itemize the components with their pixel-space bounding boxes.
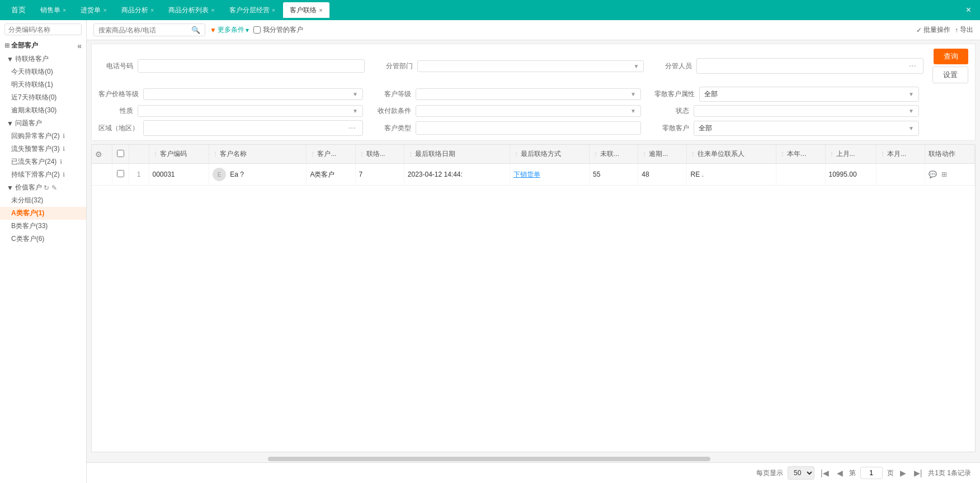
sidebar-item-unclassified[interactable]: 未分组(32) [0,194,86,207]
tab-customer-contact[interactable]: 客户联络 × [283,2,329,18]
manager-dots-icon[interactable]: ··· [907,61,918,71]
first-page-button[interactable]: |◀ [819,468,831,477]
page-size-select[interactable]: 50 [788,466,814,480]
col-last-month[interactable]: ⋮ 上月... [825,145,877,164]
col-customer-type[interactable]: ⋮ 客户... [307,145,355,164]
col-overdue[interactable]: ⋮ 逾期... [638,145,687,164]
col-company-contact[interactable]: ⋮ 往来单位联系人 [687,145,776,164]
sidebar-item-tomorrow-pending[interactable]: 明天待联络(1) [0,78,86,91]
window-close-button[interactable]: × [962,5,976,15]
group-value-customers[interactable]: ▼ 价值客户 ↻ ✎ [0,181,86,194]
filter-manager-input[interactable]: ··· [696,58,924,74]
col-code[interactable]: ⋮ 客户编码 [149,145,209,164]
tab-sales[interactable]: 销售单 × [34,2,73,18]
batch-ops-button[interactable]: ✓ 批量操作 [916,25,950,35]
row-checkbox[interactable] [117,170,124,177]
filter-retail-customer-select[interactable]: 全部 ▼ [694,121,919,136]
sidebar-search-input[interactable] [8,26,87,34]
table-settings-icon[interactable]: ⚙ [95,150,102,159]
row-action-cell: 💬 ⊞ [925,164,975,186]
col-last-contact-method[interactable]: ⋮ 最后联络方式 [510,145,589,164]
sidebar-item-overdue[interactable]: 逾期未联络(30) [0,104,86,117]
info-icon-repurchase: ℹ [63,132,65,139]
filter-nature-select[interactable]: ▼ [138,105,363,117]
filter-dept-select[interactable]: ▼ [417,60,644,72]
filter-payment-label: 收付款条件 [376,106,416,116]
sidebar-item-class-b[interactable]: B类客户(33) [0,220,86,233]
filter-phone-input[interactable] [138,59,365,73]
filter-row-2: 客户价格等级 ▼ 客户等级 ▼ 零散客户属性 [98,87,968,102]
close-sales-tab[interactable]: × [63,7,66,13]
group-problem-customers[interactable]: ▼ 问题客户 [0,117,86,130]
filter-icon: ▼ [210,26,216,34]
select-all-checkbox[interactable] [117,150,124,157]
close-segment-tab[interactable]: × [272,7,275,13]
sidebar-item-7days-pending[interactable]: 近7天待联络(0) [0,91,86,104]
last-contact-method-link[interactable]: 下销货单 [513,171,540,178]
tab-analysis-list[interactable]: 商品分析列表 × [162,2,221,18]
my-customers-checkbox-wrap[interactable]: 我分管的客户 [253,25,303,35]
sidebar-item-repurchase-abnormal[interactable]: 回购异常客户(2) ℹ [0,130,86,143]
group-pending-contact[interactable]: ▼ 待联络客户 [0,53,86,65]
query-button[interactable]: 查询 [934,49,968,64]
filter-manager-label: 分管人员 [657,61,696,71]
sidebar-item-lost[interactable]: 已流失客户(24) ℹ [0,155,86,168]
prev-page-button[interactable]: ◀ [835,468,845,477]
filter-payment-select[interactable]: ▼ [416,105,641,117]
tab-purchase[interactable]: 进货单 × [74,2,113,18]
filter-dept-label: 分管部门 [378,61,417,71]
col-this-year[interactable]: ⋮ 本年... [776,145,825,164]
share-icon[interactable]: ⊞ [941,171,947,178]
col-action[interactable]: 联络动作 [925,145,975,164]
customer-level-arrow: ▼ [630,91,636,97]
my-customers-checkbox[interactable] [253,26,261,34]
close-analysis-tab[interactable]: × [150,7,154,13]
pagination-bar: 每页显示 50 |◀ ◀ 第 页 ▶ ▶| 共1页 1条记录 [87,462,980,483]
filter-right-btns: 查询 设置 [924,49,968,83]
customer-avatar: E [213,168,226,181]
col-settings[interactable]: ⚙ [92,145,112,164]
filter-customer-type-input[interactable] [416,121,641,135]
filter-price-level-label: 客户价格等级 [98,89,143,99]
filter-retail-attr-select[interactable]: 全部 ▼ [699,87,919,102]
sidebar-item-class-a[interactable]: A类客户(1) [0,207,86,220]
settings-button[interactable]: 设置 [932,67,968,83]
col-last-contact-date[interactable]: ⋮ 最后联络日期 [404,145,510,164]
filter-status-select[interactable]: ▼ [694,105,919,117]
filter-price-level-select[interactable]: ▼ [143,88,363,100]
col-not-contacted[interactable]: ⋮ 未联... [590,145,638,164]
col-this-month[interactable]: ⋮ 本月... [877,145,925,164]
refresh-icon[interactable]: ↻ [44,184,49,192]
customer-table-container[interactable]: ⚙ ⋮ 客户编码 [91,144,976,452]
region-dots-icon[interactable]: ··· [346,123,358,133]
sidebar-item-today-pending[interactable]: 今天待联络(0) [0,65,86,78]
edit-group-icon[interactable]: ✎ [51,184,57,192]
sidebar-item-declining[interactable]: 持续下滑客户(2) ℹ [0,168,86,181]
all-customers-section[interactable]: ⊞ 全部客户 « [0,39,86,53]
last-page-button[interactable]: ▶| [912,468,924,477]
home-tab[interactable]: 首页 [4,5,32,15]
close-contact-tab[interactable]: × [319,7,322,13]
tab-analysis[interactable]: 商品分析 × [115,2,161,18]
row-this-year-cell [776,164,825,186]
filter-region-input[interactable]: ··· [143,120,363,136]
page-input[interactable] [860,467,883,479]
next-page-button[interactable]: ▶ [898,468,908,477]
sidebar-item-class-c[interactable]: C类客户(6) [0,233,86,245]
col-name[interactable]: ⋮ 客户名称 [209,145,307,164]
col-contact[interactable]: ⋮ 联络... [355,145,404,164]
chat-icon[interactable]: 💬 [929,171,937,178]
export-button[interactable]: ↑ 导出 [955,25,973,35]
search-input[interactable] [98,26,189,34]
hscrollbar-thumb[interactable] [268,457,710,461]
search-button[interactable]: 🔍 [191,26,200,34]
close-purchase-tab[interactable]: × [103,7,106,13]
sidebar-item-churn-warning[interactable]: 流失预警客户(3) ℹ [0,143,86,155]
tab-customer-segment[interactable]: 客户分层经营 × [223,2,282,18]
more-filter-button[interactable]: ▼ 更多条件 ▾ [210,25,249,35]
sidebar-collapse-button[interactable]: « [77,41,82,50]
filter-region-label: 区域（地区） [98,124,143,133]
filter-customer-level-select[interactable]: ▼ [416,88,641,100]
grid-icon: ⊞ [4,42,11,49]
close-analysis-list-tab[interactable]: × [211,7,214,13]
